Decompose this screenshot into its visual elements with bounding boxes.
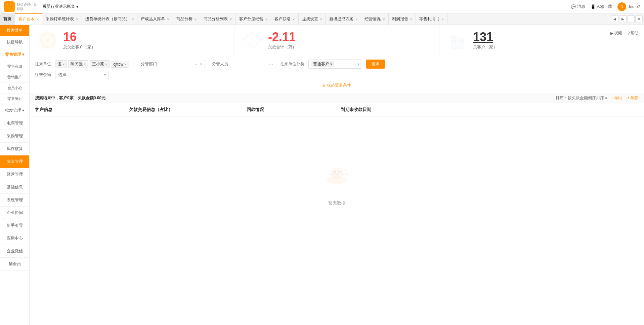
account-dropdown[interactable]: 母婴行业演示帐套 ▾ xyxy=(40,2,81,11)
dept-filter-select[interactable]: 分管部门 ··· ▾ xyxy=(138,60,205,68)
close-icon[interactable]: × xyxy=(383,17,385,21)
close-icon[interactable]: × xyxy=(410,17,412,21)
sidebar-item-system-mgmt[interactable]: 系统管理 xyxy=(0,194,29,207)
tab-customer-segment[interactable]: 客户分层经营 × xyxy=(236,13,271,25)
svg-rect-7 xyxy=(451,48,464,49)
empty-text: 暂无数据 xyxy=(328,200,346,206)
close-icon[interactable]: × xyxy=(195,17,197,21)
logo-icon: 🧡 xyxy=(4,1,15,12)
tab-customer-ledger[interactable]: 客户账本 × xyxy=(15,13,42,25)
top-bar-right: 💬 消息 📱 App下载 D demo2 xyxy=(571,2,640,11)
tag-remove-icon[interactable]: × xyxy=(330,62,333,67)
svg-point-16 xyxy=(334,171,336,173)
sidebar-item-enterprise-agreement[interactable]: 企业协同 xyxy=(0,207,29,219)
tab-improve-settings[interactable]: 提成设置 × xyxy=(299,13,326,25)
close-icon[interactable]: × xyxy=(320,17,322,21)
user-area[interactable]: D demo2 xyxy=(617,2,640,11)
sidebar-item-marketing[interactable]: 营销推广 xyxy=(0,72,29,83)
item-label: 畅会员 xyxy=(9,261,21,266)
tab-home[interactable]: 首页 xyxy=(0,13,15,25)
sidebar-item-ecommerce-mgmt[interactable]: 电商管理 xyxy=(0,117,29,130)
close-icon[interactable]: × xyxy=(265,17,267,21)
close-icon[interactable]: × xyxy=(230,17,232,21)
tab-increase-plan[interactable]: 新增提成方案 × xyxy=(326,13,361,25)
customer-type-label: 普通客户 xyxy=(313,61,329,67)
message-button[interactable]: 💬 消息 xyxy=(571,4,585,9)
help-link[interactable]: ? 帮助 xyxy=(628,30,639,36)
tab-profit-report[interactable]: 利润报告 × xyxy=(389,13,416,25)
more-tags-button[interactable]: ··· xyxy=(130,62,134,67)
video-link[interactable]: ▶ 视频 xyxy=(610,30,622,36)
tab-product-entry[interactable]: 产成品入库单 × xyxy=(137,13,173,25)
app-download-button[interactable]: 📱 App下载 xyxy=(591,4,612,9)
person-dots: ··· xyxy=(269,62,273,67)
tag-remove-icon[interactable]: × xyxy=(84,62,86,66)
search-button[interactable]: 查询 xyxy=(366,60,385,69)
item-label: 批发管理 ▾ xyxy=(5,108,24,113)
tab-retail-profit[interactable]: 零售利润（ × xyxy=(416,13,447,25)
sidebar-item-retail-stats[interactable]: 零售统计 xyxy=(0,94,29,104)
tab-inventory-stats[interactable]: 进货单统计表（按商品） × xyxy=(82,13,137,25)
close-icon[interactable]: × xyxy=(441,17,443,21)
tab-label: 采购订单统计表 xyxy=(46,16,74,22)
sidebar-item-app-center[interactable]: 应用中心 xyxy=(0,232,29,245)
svg-rect-12 xyxy=(460,40,461,41)
message-label: 消息 xyxy=(577,4,585,9)
close-icon[interactable]: × xyxy=(167,17,169,21)
sidebar-item-member-center[interactable]: 会员中心 xyxy=(0,83,29,94)
sidebar-item-inventory-check[interactable]: 库存核算 xyxy=(0,143,29,155)
export-button[interactable]: ↑ 导出 xyxy=(611,95,622,101)
sidebar-item-retail-mall[interactable]: 零售商城 xyxy=(0,61,29,72)
sidebar-item-wholesale-mgmt[interactable]: 批发管理 ▾ xyxy=(0,104,29,117)
tag-remove-icon[interactable]: × xyxy=(105,62,107,66)
avatar: D xyxy=(617,2,626,11)
sidebar-item-basic-info[interactable]: 基础信息 xyxy=(0,181,29,194)
tabs-prev-button[interactable]: ◀ xyxy=(611,15,618,23)
tab-product-analysis[interactable]: 商品分析 × xyxy=(173,13,200,25)
tabs-close-button[interactable]: ✕ xyxy=(635,15,643,23)
close-icon[interactable]: × xyxy=(37,17,39,22)
filter-row-2: 往来余额 选择... ▾ xyxy=(35,71,639,79)
tag-remove-icon[interactable]: × xyxy=(124,62,126,66)
close-icon[interactable]: × xyxy=(355,17,357,21)
close-icon[interactable]: × xyxy=(132,17,134,21)
unit-filter-label: 往来单位 xyxy=(35,61,51,67)
refresh-button[interactable]: ↺ 刷新 xyxy=(626,95,639,101)
sidebar-item-operation-mgmt[interactable]: 经营管理 xyxy=(0,168,29,181)
tab-operation-status[interactable]: 经营情况 × xyxy=(361,13,388,25)
unit-filter-tags: 伍 × 陈民强 × 王小亮 × cjttcw × ··· xyxy=(55,60,134,68)
results-actions: 排序：按欠款金额倒序排序 ▾ ↑ 导出 ↺ 刷新 xyxy=(556,95,639,101)
tag-remove-icon[interactable]: × xyxy=(62,62,65,66)
sidebar-search[interactable]: 搜索菜单 xyxy=(0,25,29,36)
building-icon xyxy=(447,30,468,50)
tab-product-analysis-list[interactable]: 商品分析列表 × xyxy=(200,13,235,25)
sidebar-item-purchase-mgmt[interactable]: 采购管理 xyxy=(0,130,29,143)
tab-label: 产成品入库单 xyxy=(141,16,165,22)
chevron-down-icon: ▾ xyxy=(104,73,106,77)
svg-point-18 xyxy=(330,173,334,176)
close-icon[interactable]: × xyxy=(293,17,295,21)
collapse-button[interactable]: ∧ 收起更多条件 xyxy=(323,82,351,88)
close-icon[interactable]: × xyxy=(76,17,78,21)
person-filter-select[interactable]: 分管人员 ··· xyxy=(209,60,276,68)
home-label: 首页 xyxy=(3,16,11,22)
sidebar-item-vip-member[interactable]: 畅会员 xyxy=(0,258,29,270)
balance-filter-select[interactable]: 选择... ▾ xyxy=(55,71,109,79)
sidebar-item-retail-mgmt[interactable]: 零售管理 ▾ xyxy=(0,48,29,61)
help-label: 帮助 xyxy=(631,30,639,36)
sidebar-nav-shortcuts[interactable]: 快捷导航 xyxy=(0,36,29,48)
tab-customer-contact[interactable]: 客户联络 × xyxy=(271,13,298,25)
stat-label-total-customers: 总客户（家） xyxy=(473,44,497,50)
customer-type-select[interactable]: 普通客户 × ▾ xyxy=(308,60,362,69)
sort-dropdown[interactable]: 排序：按欠款金额倒序排序 ▾ xyxy=(556,95,607,101)
tabs-next-button[interactable]: ▶ xyxy=(619,15,627,23)
table-header: 客户信息 欠款交易信息（占比） 回款情况 到期未收款日期 xyxy=(30,103,644,116)
sidebar-item-capital-mgmt[interactable]: 资金管理 xyxy=(0,155,29,168)
tab-purchase-order[interactable]: 采购订单统计表 × xyxy=(42,13,82,25)
sidebar-item-new-guide[interactable]: 新手引导 xyxy=(0,219,29,232)
video-label: 视频 xyxy=(614,30,622,36)
item-label: 应用中心 xyxy=(7,236,23,241)
stat-number-debt-amount: -2.11 xyxy=(268,31,296,43)
tabs-menu-button[interactable]: ☰ xyxy=(627,15,635,23)
sidebar-item-enterprise-wechat[interactable]: 企业微信 xyxy=(0,245,29,258)
